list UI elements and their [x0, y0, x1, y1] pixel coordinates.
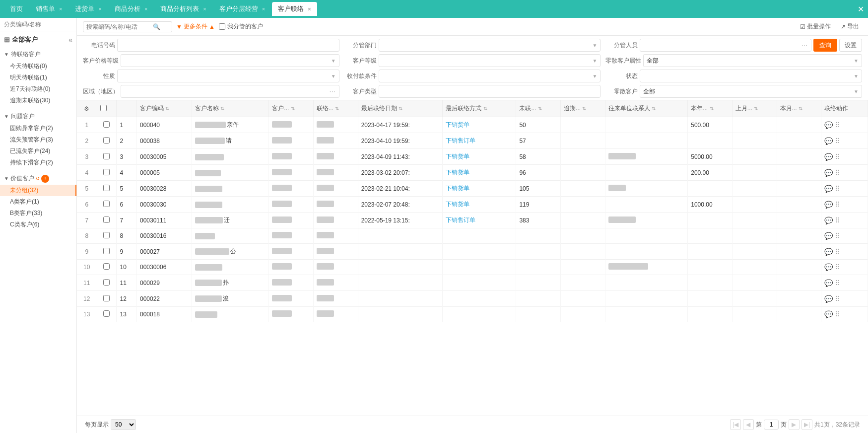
batch-ops-btn[interactable]: ☑ 批量操作	[797, 21, 834, 32]
row-checkbox[interactable]	[97, 228, 117, 244]
chat-icon[interactable]: 💬	[824, 248, 833, 256]
query-button[interactable]: 查询	[813, 39, 837, 52]
row-checkbox[interactable]	[97, 133, 117, 149]
nature-select[interactable]: ▼	[117, 70, 339, 82]
row-checkbox[interactable]	[97, 117, 117, 133]
th-contact[interactable]: 联络... ⇅	[313, 100, 358, 117]
th-name[interactable]: 客户名称 ⇅	[192, 100, 269, 117]
customer-level-select[interactable]: ▼	[379, 54, 601, 67]
sidebar-item-grade-b[interactable]: B类客户(33)	[0, 208, 76, 219]
pending-contact-header[interactable]: ▼ 待联络客户	[0, 48, 76, 61]
th-this-year[interactable]: 本年... ⇅	[688, 100, 733, 117]
row-last-method[interactable]: 下销售订单	[443, 213, 516, 228]
row-checkbox[interactable]	[97, 260, 117, 275]
chat-icon[interactable]: 💬	[824, 295, 833, 303]
th-partner[interactable]: 往来单位联系人 ⇅	[605, 100, 687, 117]
customer-type-select[interactable]	[379, 85, 601, 98]
row-last-method[interactable]: 下销货单	[443, 149, 516, 165]
scattered-attr-select[interactable]: 全部 ▼	[643, 54, 862, 67]
more-action-icon[interactable]: ⠿	[835, 201, 840, 209]
th-type[interactable]: 客户... ⇅	[269, 100, 314, 117]
select-all-checkbox[interactable]	[100, 105, 107, 111]
th-code[interactable]: 客户编码 ⇅	[136, 100, 192, 117]
row-last-method[interactable]	[443, 228, 516, 244]
problem-customers-header[interactable]: ▼ 问题客户	[0, 110, 76, 123]
sidebar-item-grade-a[interactable]: A类客户(1)	[0, 196, 76, 208]
sidebar-item-week[interactable]: 近7天待联络(0)	[0, 83, 76, 95]
tab-product-analysis[interactable]: 商品分析 ×	[109, 2, 153, 16]
tab-customer-segment-close[interactable]: ×	[262, 6, 265, 12]
th-last-date[interactable]: 最后联络日期 ⇅	[358, 100, 443, 117]
th-overdue[interactable]: 逾期... ⇅	[561, 100, 605, 117]
chat-icon[interactable]: 💬	[824, 201, 833, 209]
phone-input[interactable]	[117, 39, 339, 52]
tab-product-analysis-list-close[interactable]: ×	[203, 6, 206, 12]
sidebar-collapse-btn[interactable]: «	[68, 36, 72, 44]
th-last-month[interactable]: 上月... ⇅	[732, 100, 777, 117]
row-last-method[interactable]: 下销货单	[443, 165, 516, 181]
tab-customer-contact-close[interactable]: ×	[308, 6, 311, 12]
sidebar-item-lost[interactable]: 已流失客户(24)	[0, 145, 76, 157]
row-last-method[interactable]	[443, 275, 516, 291]
tab-product-analysis-close[interactable]: ×	[144, 6, 147, 12]
row-last-method[interactable]: 下销货单	[443, 181, 516, 197]
chat-icon[interactable]: 💬	[824, 310, 833, 318]
sidebar-item-overdue[interactable]: 逾期未联络(30)	[0, 95, 76, 106]
more-conditions-btn[interactable]: ▼ 更多条件 ▲	[176, 22, 215, 31]
tab-customer-segment[interactable]: 客户分层经营 ×	[213, 2, 271, 16]
sidebar-item-churn-risk[interactable]: 流失预警客户(3)	[0, 134, 76, 145]
per-page-select[interactable]: 50 100 200	[111, 419, 136, 430]
tab-home[interactable]: 首页	[4, 2, 29, 16]
sidebar-item-tomorrow[interactable]: 明天待联络(1)	[0, 72, 76, 83]
row-checkbox[interactable]	[97, 275, 117, 291]
more-action-icon[interactable]: ⠿	[835, 169, 840, 177]
more-action-icon[interactable]: ⠿	[835, 248, 840, 256]
more-action-icon[interactable]: ⠿	[835, 121, 840, 129]
last-page-btn[interactable]: ▶|	[801, 419, 812, 430]
value-customers-refresh[interactable]: ↺	[36, 176, 40, 181]
my-customers-checkbox[interactable]: 我分管的客户	[219, 22, 263, 31]
sidebar-item-today[interactable]: 今天待联络(0)	[0, 61, 76, 72]
th-checkbox[interactable]	[97, 100, 117, 117]
row-checkbox[interactable]	[97, 291, 117, 307]
row-checkbox[interactable]	[97, 149, 117, 165]
manager-input[interactable]: ···	[640, 39, 811, 52]
search-input[interactable]	[86, 23, 151, 30]
row-last-method[interactable]: 下销售订单	[443, 133, 516, 149]
row-checkbox[interactable]	[97, 165, 117, 181]
chat-icon[interactable]: 💬	[824, 263, 833, 271]
more-action-icon[interactable]: ⠿	[835, 310, 840, 318]
tab-purchase[interactable]: 进货单 ×	[69, 2, 107, 16]
row-checkbox[interactable]	[97, 213, 117, 228]
tab-product-analysis-list[interactable]: 商品分析列表 ×	[154, 2, 212, 16]
payment-select[interactable]: ▼	[379, 70, 601, 82]
row-checkbox[interactable]	[97, 181, 117, 197]
my-customers-check[interactable]	[219, 23, 225, 30]
row-last-method[interactable]	[443, 260, 516, 275]
row-checkbox[interactable]	[97, 244, 117, 260]
th-this-month[interactable]: 本月... ⇅	[777, 100, 821, 117]
chat-icon[interactable]: 💬	[824, 153, 833, 161]
export-btn[interactable]: ↗ 导出	[838, 21, 862, 32]
next-page-btn[interactable]: ▶	[789, 419, 800, 430]
search-icon[interactable]: 🔍	[153, 23, 160, 30]
dept-select[interactable]: ▼	[379, 39, 601, 52]
more-action-icon[interactable]: ⠿	[835, 216, 840, 224]
row-checkbox[interactable]	[97, 307, 117, 322]
chat-icon[interactable]: 💬	[824, 279, 833, 287]
more-action-icon[interactable]: ⠿	[835, 137, 840, 145]
th-last-method[interactable]: 最后联络方式 ⇅	[443, 100, 516, 117]
row-last-method[interactable]	[443, 291, 516, 307]
tab-customer-contact[interactable]: 客户联络 ×	[272, 2, 317, 16]
th-uncontacted[interactable]: 未联... ⇅	[516, 100, 561, 117]
more-action-icon[interactable]: ⠿	[835, 279, 840, 287]
sidebar-search-input[interactable]	[4, 21, 77, 28]
price-level-select[interactable]: ▼	[121, 54, 339, 67]
sidebar-item-grade-c[interactable]: C类客户(6)	[0, 219, 76, 230]
row-last-method[interactable]: 下销货单	[443, 117, 516, 133]
row-checkbox[interactable]	[97, 197, 117, 213]
tab-purchase-close[interactable]: ×	[98, 6, 101, 12]
first-page-btn[interactable]: |◀	[730, 419, 741, 430]
chat-icon[interactable]: 💬	[824, 137, 833, 145]
sidebar-item-ungraded[interactable]: 未分组(32)	[0, 185, 76, 196]
